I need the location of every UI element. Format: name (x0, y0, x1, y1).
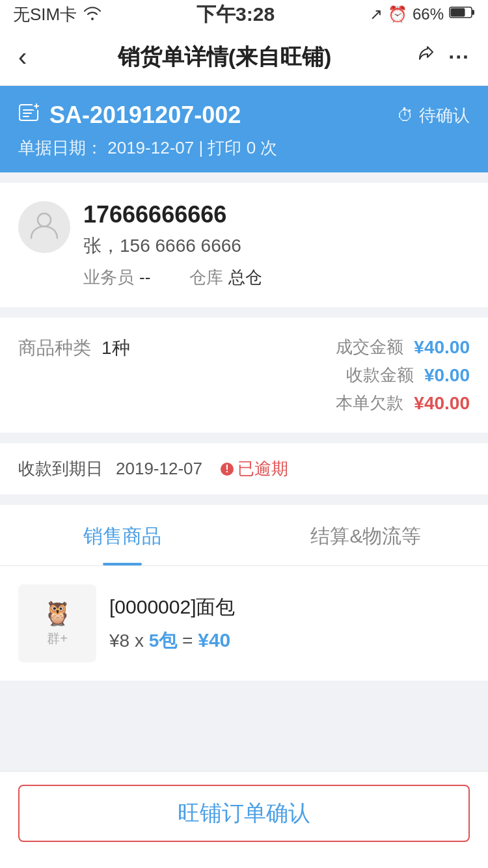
tab-sales-products[interactable]: 销售商品 (0, 505, 244, 565)
order-id: SA-20191207-002 (18, 102, 241, 129)
avatar (18, 201, 70, 253)
overdue-text: 已逾期 (237, 457, 288, 480)
quantity: 5包 (149, 631, 178, 651)
product-item: 🦉 群+ [0000002]面包 ¥8 x 5包 = ¥40 (0, 566, 488, 681)
customer-name: 张，156 6666 6666 (83, 234, 470, 258)
tabs-section: 销售商品 结算&物流等 🦉 群+ [0000002]面包 ¥8 x 5包 = ¥… (0, 505, 488, 681)
confirm-order-button[interactable]: 旺铺订单确认 (18, 785, 470, 842)
status-time: 下午3:28 (197, 1, 275, 28)
due-date-section: 收款到期日 2019-12-07 ! 已逾期 (0, 443, 488, 495)
received-label: 收款金额 (346, 364, 414, 387)
product-thumbnail: 🦉 群+ (18, 584, 96, 662)
order-id-row: SA-20191207-002 ⏱ 待确认 (18, 102, 470, 129)
product-info: [0000002]面包 ¥8 x 5包 = ¥40 (109, 594, 470, 653)
received-row: 收款金额 ¥0.00 (346, 364, 470, 387)
due-date-label: 收款到期日 (18, 457, 103, 480)
battery-text: 66% (413, 5, 444, 23)
debt-row: 本单欠款 ¥40.00 (336, 392, 470, 414)
status-left: 无SIM卡 (13, 3, 102, 26)
svg-point-5 (38, 213, 51, 226)
overdue-dot: ! (221, 463, 234, 476)
date-label: 单据日期： (18, 138, 103, 157)
svg-rect-1 (472, 10, 474, 15)
status-text: 待确认 (419, 104, 470, 127)
print-info: 打印 0 次 (208, 138, 277, 157)
order-date-row: 单据日期： 2019-12-07 | 打印 0 次 (18, 137, 470, 159)
status-right: ↗ ⏰ 66% (370, 5, 475, 23)
avatar-icon (29, 208, 60, 247)
customer-card: 17666666666 张，156 6666 6666 业务员 -- 仓库 总仓 (0, 183, 488, 307)
staff-label: 业务员 (83, 266, 134, 289)
product-name: [0000002]面包 (109, 594, 470, 621)
order-status: ⏱ 待确认 (397, 104, 470, 127)
svg-rect-2 (450, 8, 465, 17)
warehouse-info: 仓库 总仓 (189, 266, 262, 289)
summary-left: 商品种类 1种 (18, 336, 130, 360)
summary-right: 成交金额 ¥40.00 收款金额 ¥0.00 本单欠款 ¥40.00 (336, 336, 470, 414)
location-icon: ↗ (370, 5, 383, 23)
nav-title: 销货单详情(来自旺铺) (57, 42, 392, 72)
no-sim-text: 无SIM卡 (13, 3, 77, 26)
customer-meta: 业务员 -- 仓库 总仓 (83, 266, 470, 289)
warehouse-label: 仓库 (189, 266, 223, 289)
warehouse-value: 总仓 (228, 266, 262, 289)
category-value: 1种 (102, 336, 130, 360)
debt-label: 本单欠款 (336, 392, 403, 414)
received-value: ¥0.00 (424, 365, 470, 386)
order-icon (18, 102, 42, 129)
summary-card: 商品种类 1种 成交金额 ¥40.00 收款金额 ¥0.00 本单欠款 ¥40.… (0, 318, 488, 433)
bottom-bar: 旺铺订单确认 (0, 771, 488, 868)
order-date: 2019-12-07 (107, 138, 194, 157)
overdue-badge: ! 已逾期 (221, 457, 288, 480)
staff-value: -- (139, 267, 150, 288)
equals: = (177, 631, 198, 651)
back-button[interactable]: ‹ (18, 42, 57, 72)
thumb-owl-icon: 🦉 (43, 600, 72, 627)
staff-info: 业务员 -- (83, 266, 150, 289)
thumb-label: 群+ (47, 630, 68, 647)
amount-row: 成交金额 ¥40.00 (336, 336, 470, 359)
amount-label: 成交金额 (336, 336, 403, 359)
customer-info: 17666666666 张，156 6666 6666 业务员 -- 仓库 总仓 (83, 201, 470, 289)
nav-bar: ‹ 销货单详情(来自旺铺) ··· (0, 29, 488, 86)
customer-section: 17666666666 张，156 6666 6666 业务员 -- 仓库 总仓 (18, 201, 470, 289)
status-bar: 无SIM卡 下午3:28 ↗ ⏰ 66% (0, 0, 488, 29)
category-label: 商品种类 (18, 336, 91, 360)
more-icon[interactable]: ··· (448, 45, 470, 69)
share-icon[interactable] (414, 44, 435, 70)
clock-icon: ⏱ (397, 105, 414, 126)
tab-settlement[interactable]: 结算&物流等 (244, 505, 488, 565)
order-header: SA-20191207-002 ⏱ 待确认 单据日期： 2019-12-07 |… (0, 86, 488, 172)
customer-phone: 17666666666 (83, 201, 470, 228)
unit-price: ¥8 x (109, 631, 149, 651)
due-date-value: 2019-12-07 (116, 459, 202, 479)
total-price: ¥40 (198, 629, 230, 651)
product-price-row: ¥8 x 5包 = ¥40 (109, 629, 470, 653)
order-id-text: SA-20191207-002 (49, 102, 241, 129)
nav-actions: ··· (392, 44, 470, 70)
separator: | (198, 138, 208, 157)
debt-value: ¥40.00 (414, 393, 470, 414)
alarm-icon: ⏰ (388, 5, 407, 23)
wifi-icon (83, 5, 102, 25)
amount-value: ¥40.00 (414, 337, 470, 358)
battery-icon (449, 5, 475, 23)
tabs-row: 销售商品 结算&物流等 (0, 505, 488, 566)
